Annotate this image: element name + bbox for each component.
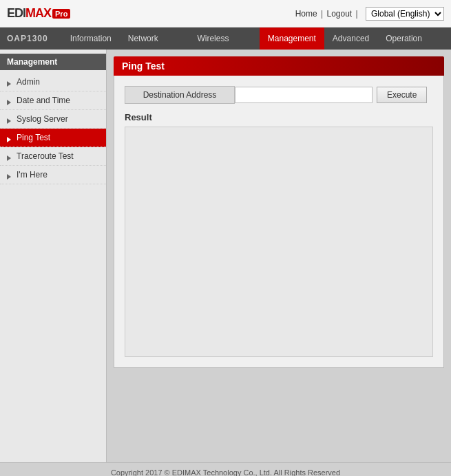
nav-management[interactable]: Management xyxy=(260,28,324,50)
destination-address-label: Destination Address xyxy=(125,86,235,104)
sep1: | xyxy=(321,9,323,19)
sidebar-label-date-time: Date and Time xyxy=(17,96,70,105)
sidebar-header: Management xyxy=(0,54,106,70)
sidebar-label-admin: Admin xyxy=(17,77,40,87)
sidebar-label-im-here: I'm Here xyxy=(17,170,48,180)
sidebar-item-date-time[interactable]: Date and Time xyxy=(0,91,106,110)
home-link[interactable]: Home xyxy=(295,9,317,19)
arrow-icon xyxy=(7,135,12,140)
result-box xyxy=(125,127,433,357)
sidebar-label-syslog-server: Syslog Server xyxy=(17,114,68,124)
logo-max: MAX xyxy=(25,6,51,20)
sidebar-item-ping-test[interactable]: Ping Test xyxy=(0,129,106,147)
page-title: Ping Test xyxy=(114,56,444,76)
sidebar-label-ping-test: Ping Test xyxy=(17,133,50,142)
arrow-icon xyxy=(7,153,12,159)
sidebar: Management Admin Date and Time Syslog Se… xyxy=(0,50,107,462)
nav-network-settings[interactable]: Network Settings xyxy=(120,28,189,50)
result-label: Result xyxy=(125,112,433,122)
nav-operation-mode[interactable]: Operation Mode xyxy=(377,28,444,50)
logo-pro: Pro xyxy=(52,9,70,19)
navbar: OAP1300 Information Network Settings Wir… xyxy=(0,28,451,50)
content-panel: Destination Address Execute Result xyxy=(114,76,444,368)
nav-information[interactable]: Information xyxy=(62,28,120,50)
sidebar-item-admin[interactable]: Admin xyxy=(0,73,106,91)
arrow-icon xyxy=(7,116,12,122)
sidebar-item-im-here[interactable]: I'm Here xyxy=(0,166,106,184)
header: EDIMAX Pro Home | Logout | Global (Engli… xyxy=(0,0,451,28)
sidebar-item-traceroute-test[interactable]: Traceroute Test xyxy=(0,147,106,166)
model-label: OAP1300 xyxy=(7,34,48,43)
destination-address-row: Destination Address Execute xyxy=(125,86,433,104)
nav-wireless-settings[interactable]: Wireless Settings xyxy=(189,28,259,50)
header-links: Home | Logout | Global (English) xyxy=(295,7,444,21)
sidebar-label-traceroute-test: Traceroute Test xyxy=(17,151,74,161)
logout-link[interactable]: Logout xyxy=(326,9,352,19)
nav-advanced[interactable]: Advanced xyxy=(324,28,377,50)
arrow-icon xyxy=(7,98,12,103)
language-selector[interactable]: Global (English) xyxy=(366,7,444,21)
logo-edi: EDI xyxy=(7,6,25,20)
destination-address-input[interactable] xyxy=(235,87,373,103)
sidebar-item-syslog-server[interactable]: Syslog Server xyxy=(0,110,106,129)
footer-text: Copyright 2017 © EDIMAX Technology Co., … xyxy=(111,468,340,476)
logo-text: EDIMAX xyxy=(7,6,51,21)
arrow-icon xyxy=(7,172,12,177)
footer: Copyright 2017 © EDIMAX Technology Co., … xyxy=(0,462,451,476)
arrow-icon xyxy=(7,79,12,85)
logo: EDIMAX Pro xyxy=(7,6,70,21)
sep2: | xyxy=(356,9,358,19)
main-layout: Management Admin Date and Time Syslog Se… xyxy=(0,50,451,462)
execute-button[interactable]: Execute xyxy=(377,87,427,103)
content-area: Ping Test Destination Address Execute Re… xyxy=(107,50,451,462)
